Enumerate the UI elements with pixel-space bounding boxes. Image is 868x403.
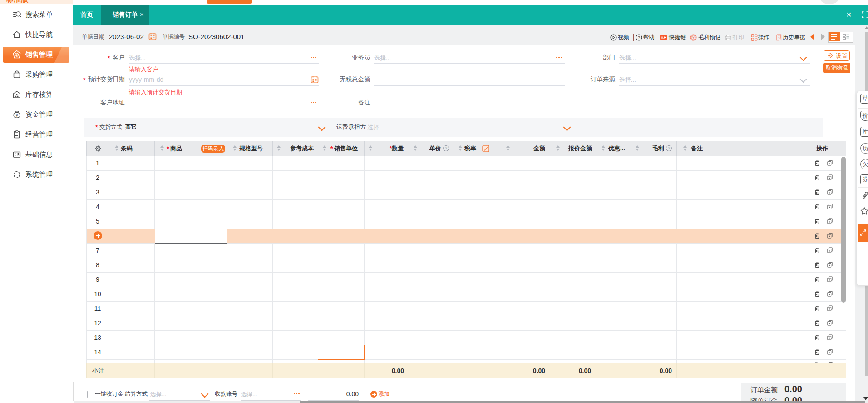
svg-text:¥: ¥ [692,35,695,40]
svg-text:?: ? [638,35,640,40]
svg-text:¥: ¥ [15,113,18,118]
svg-text:$: $ [16,53,18,57]
